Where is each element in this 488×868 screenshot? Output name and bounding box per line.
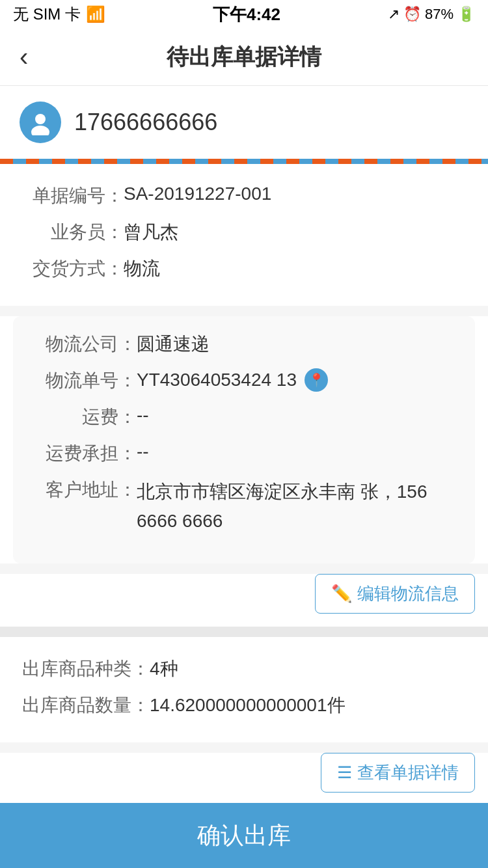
- edit-btn-label: 编辑物流信息: [357, 582, 459, 605]
- carrier-text: 无 SIM 卡: [13, 4, 81, 25]
- map-pin-icon[interactable]: 📍: [305, 368, 328, 392]
- confirm-btn-label: 确认出库: [197, 820, 291, 852]
- user-header: 17666666666: [0, 86, 488, 159]
- nav-bar: ‹ 待出库单据详情: [0, 29, 488, 86]
- avatar: [20, 102, 61, 143]
- wifi-icon: 📶: [86, 5, 105, 23]
- freight-bear-row: 运费承担： --: [33, 441, 455, 466]
- logistics-company-value: 圆通速递: [137, 332, 455, 357]
- svg-point-1: [31, 126, 49, 135]
- freight-value: --: [137, 405, 455, 426]
- goods-quantity-label: 出库商品数量：: [20, 693, 150, 718]
- freight-label: 运费：: [33, 405, 137, 429]
- section-separator: [0, 627, 488, 637]
- alarm-icon: ⏰: [403, 6, 421, 23]
- battery-icon: 🔋: [457, 6, 475, 23]
- edit-logistics-button[interactable]: ✏️ 编辑物流信息: [315, 574, 475, 614]
- status-right: ↗ ⏰ 87% 🔋: [388, 6, 475, 23]
- goods-section: 出库商品种类： 4种 出库商品数量： 14.620000000000001件: [0, 637, 488, 742]
- freight-bear-value: --: [137, 441, 455, 462]
- order-info-section: 单据编号： SA-20191227-001 业务员： 曾凡杰 交货方式： 物流: [0, 164, 488, 306]
- order-no-row: 单据编号： SA-20191227-001: [20, 183, 468, 208]
- logistics-company-row: 物流公司： 圆通速递: [33, 332, 455, 357]
- battery-text: 87%: [425, 6, 454, 23]
- edit-icon: ✏️: [331, 584, 352, 604]
- logistics-company-label: 物流公司：: [33, 332, 137, 357]
- sales-person-row: 业务员： 曾凡杰: [20, 220, 468, 245]
- goods-quantity-row: 出库商品数量： 14.620000000000001件: [20, 693, 468, 718]
- list-icon: ☰: [337, 763, 352, 783]
- order-no-label: 单据编号：: [20, 183, 124, 208]
- delivery-method-label: 交货方式：: [20, 256, 124, 281]
- status-bar: 无 SIM 卡 📶 下午4:42 ↗ ⏰ 87% 🔋: [0, 0, 488, 29]
- tracking-no-value: YT43064053424 13 📍: [137, 368, 455, 392]
- svg-point-0: [35, 114, 46, 124]
- goods-type-label: 出库商品种类：: [20, 657, 150, 681]
- status-time: 下午4:42: [213, 3, 280, 26]
- view-detail-btn-row: ☰ 查看单据详情: [0, 753, 488, 806]
- confirm-button[interactable]: 确认出库: [0, 803, 488, 868]
- view-detail-btn-label: 查看单据详情: [357, 761, 459, 784]
- location-icon: ↗: [388, 6, 400, 23]
- dashed-divider: [0, 159, 488, 164]
- address-label: 客户地址：: [33, 478, 137, 502]
- address-row: 客户地址： 北京市市辖区海淀区永丰南 张，156 6666 6666: [33, 478, 455, 536]
- delivery-method-row: 交货方式： 物流: [20, 256, 468, 281]
- tracking-no-label: 物流单号：: [33, 368, 137, 393]
- order-no-value: SA-20191227-001: [124, 183, 468, 204]
- status-left: 无 SIM 卡 📶: [13, 4, 105, 25]
- goods-type-row: 出库商品种类： 4种: [20, 657, 468, 681]
- sales-person-value: 曾凡杰: [124, 220, 468, 245]
- user-phone: 17666666666: [74, 109, 217, 136]
- back-button[interactable]: ‹: [20, 42, 28, 72]
- logistics-card: 物流公司： 圆通速递 物流单号： YT43064053424 13 📍 运费： …: [13, 316, 475, 563]
- goods-quantity-value: 14.620000000000001件: [150, 693, 468, 718]
- view-detail-button[interactable]: ☰ 查看单据详情: [321, 753, 475, 793]
- freight-bear-label: 运费承担：: [33, 441, 137, 466]
- delivery-method-value: 物流: [124, 256, 468, 281]
- page-title: 待出库单据详情: [167, 42, 321, 72]
- freight-row: 运费： --: [33, 405, 455, 429]
- tracking-no-row: 物流单号： YT43064053424 13 📍: [33, 368, 455, 393]
- address-value: 北京市市辖区海淀区永丰南 张，156 6666 6666: [137, 478, 455, 536]
- goods-type-value: 4种: [150, 657, 468, 681]
- edit-btn-row: ✏️ 编辑物流信息: [0, 574, 488, 627]
- sales-person-label: 业务员：: [20, 220, 124, 245]
